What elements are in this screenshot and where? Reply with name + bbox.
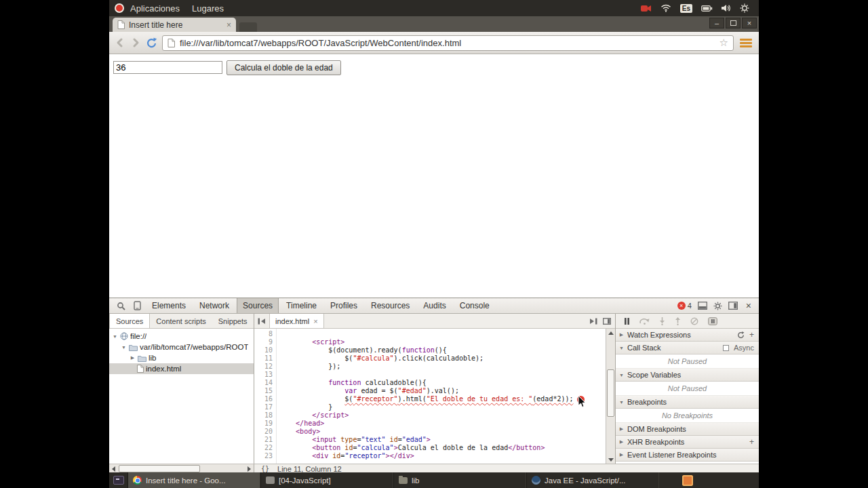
tab-close-button[interactable]: ×	[226, 20, 231, 30]
expander-closed-icon[interactable]	[130, 355, 136, 361]
code-line[interactable]: var edad = $("#edad").val();	[279, 387, 606, 395]
devtools-settings-gear-icon[interactable]	[713, 302, 722, 310]
drawer-toggle-icon[interactable]	[698, 302, 707, 310]
devtools-dock-icon[interactable]	[728, 302, 738, 310]
navigator-tab-snippets[interactable]: Snippets	[212, 314, 254, 328]
new-tab-button[interactable]	[239, 22, 257, 32]
line-number[interactable]: 8	[254, 330, 273, 338]
call-stack-section[interactable]: Call Stack Async	[616, 342, 759, 354]
pause-on-exceptions-button[interactable]	[708, 317, 717, 325]
devtools-tab-resources[interactable]: Resources	[365, 298, 416, 313]
step-over-button[interactable]	[639, 317, 650, 325]
battery-icon[interactable]	[701, 5, 713, 12]
line-number[interactable]: 9	[254, 338, 273, 346]
refresh-watch-icon[interactable]	[737, 331, 745, 339]
expander-open-icon[interactable]	[112, 334, 118, 339]
taskbar-indicator-icon[interactable]	[682, 475, 693, 486]
inspect-element-icon[interactable]	[113, 302, 129, 310]
line-number[interactable]: 16	[254, 395, 273, 403]
code-line[interactable]: $(document).ready(function(){	[279, 346, 606, 354]
show-panel-right-icon[interactable]	[589, 318, 597, 325]
tree-item-file-protocol[interactable]: file://	[109, 331, 254, 342]
line-number[interactable]: 20	[254, 428, 273, 436]
devtools-tab-profiles[interactable]: Profiles	[324, 298, 363, 313]
menu-applications[interactable]: Aplicaciones	[124, 0, 186, 16]
edad-input[interactable]	[113, 61, 222, 74]
breakpoints-section[interactable]: Breakpoints	[616, 396, 759, 409]
keyboard-layout-indicator[interactable]: Es	[680, 4, 692, 13]
taskbar-item-eclipse[interactable]: Java EE - JavaScript/...	[526, 472, 659, 488]
devtools-close-button[interactable]: ×	[744, 300, 753, 311]
browser-tab[interactable]: Insert title here ×	[113, 18, 236, 32]
devtools-tab-timeline[interactable]: Timeline	[280, 298, 323, 313]
tree-item-index-html[interactable]: index.html	[109, 363, 254, 374]
step-into-button[interactable]	[659, 317, 665, 325]
add-watch-button[interactable]: +	[749, 331, 754, 339]
code-area[interactable]: 891011121314151617181920212223 <script> …	[254, 329, 615, 464]
line-number[interactable]: 14	[254, 379, 273, 387]
line-number[interactable]: 23	[254, 452, 273, 460]
code-line[interactable]: function calculadoble(){	[279, 379, 606, 387]
line-number[interactable]: 21	[254, 436, 273, 444]
tree-item-lib-folder[interactable]: lib	[109, 352, 254, 363]
code-line[interactable]: });	[279, 363, 606, 371]
forward-button[interactable]	[130, 37, 141, 48]
taskbar-item-lib[interactable]: lib	[393, 472, 526, 488]
scroll-down-button[interactable]	[606, 455, 615, 464]
line-number[interactable]: 13	[254, 371, 273, 379]
code-line[interactable]: <button id="calcula">Calcula el doble de…	[279, 444, 606, 452]
window-maximize-button[interactable]	[726, 18, 741, 28]
async-checkbox[interactable]	[723, 345, 729, 351]
line-number[interactable]: 22	[254, 444, 273, 452]
console-error-badge[interactable]: 4	[677, 302, 692, 310]
step-out-button[interactable]	[675, 317, 681, 325]
editor-tab-index-html[interactable]: index.html ×	[269, 314, 324, 328]
scope-variables-section[interactable]: Scope Variables	[616, 369, 759, 382]
event-listener-breakpoints-section[interactable]: Event Listener Breakpoints	[616, 449, 759, 462]
bookmark-star-icon[interactable]: ☆	[719, 37, 728, 49]
back-button[interactable]	[115, 37, 125, 48]
line-number[interactable]: 12	[254, 363, 273, 371]
code-line[interactable]: <input type="text" id="edad">	[279, 436, 606, 444]
code-line[interactable]	[279, 330, 606, 338]
code-line[interactable]: <div id="receptor"></div>	[279, 452, 606, 460]
device-mode-icon[interactable]	[130, 301, 144, 310]
address-bar[interactable]: file:///var/lib/tomcat7/webapps/ROOT/Jav…	[162, 35, 734, 51]
hide-navigator-icon[interactable]	[254, 314, 269, 328]
line-number[interactable]: 17	[254, 403, 273, 411]
window-minimize-button[interactable]: –	[709, 18, 724, 28]
scrollbar-thumb[interactable]	[119, 465, 200, 472]
wifi-icon[interactable]	[660, 4, 671, 12]
terminal-launcher[interactable]	[109, 472, 127, 488]
line-number[interactable]: 18	[254, 411, 273, 420]
code-line[interactable]	[279, 371, 606, 379]
calcula-button[interactable]: Calcula el doble de la edad	[226, 60, 341, 75]
session-gear-icon[interactable]	[740, 3, 749, 13]
line-number[interactable]: 15	[254, 387, 273, 395]
devtools-tab-sources[interactable]: Sources	[237, 298, 279, 313]
xhr-breakpoints-section[interactable]: XHR Breakpoints +	[616, 436, 759, 449]
code-line[interactable]: }	[279, 403, 606, 411]
deactivate-breakpoints-button[interactable]	[690, 317, 698, 325]
editor-options-icon[interactable]	[603, 318, 611, 325]
line-number[interactable]: 11	[254, 354, 273, 363]
taskbar-item-file-manager[interactable]: [04-JavaScript]	[260, 472, 393, 488]
navigator-tab-content-scripts[interactable]: Content scripts	[150, 314, 212, 328]
line-number[interactable]: 10	[254, 346, 273, 354]
code-line[interactable]: $("#receptor").html("El doble de tu edad…	[279, 395, 606, 403]
reload-button[interactable]	[146, 37, 157, 49]
window-close-button[interactable]: ×	[742, 18, 757, 28]
pause-script-button[interactable]	[624, 318, 630, 325]
volume-icon[interactable]	[722, 4, 731, 12]
browser-menu-button[interactable]	[738, 39, 753, 47]
dom-breakpoints-section[interactable]: DOM Breakpoints	[616, 423, 759, 436]
code-line[interactable]: <body>	[279, 428, 606, 436]
watch-expressions-section[interactable]: Watch Expressions +	[616, 329, 759, 342]
add-xhr-breakpoint-button[interactable]: +	[749, 439, 754, 446]
line-number[interactable]: 19	[254, 420, 273, 428]
taskbar-item-browser[interactable]: Insert title here - Goo...	[127, 472, 260, 488]
code-line[interactable]: </head>	[279, 420, 606, 428]
code-line[interactable]: </script>	[279, 411, 606, 420]
navigator-tab-sources[interactable]: Sources	[109, 314, 150, 328]
scrollbar-thumb[interactable]	[607, 369, 614, 417]
